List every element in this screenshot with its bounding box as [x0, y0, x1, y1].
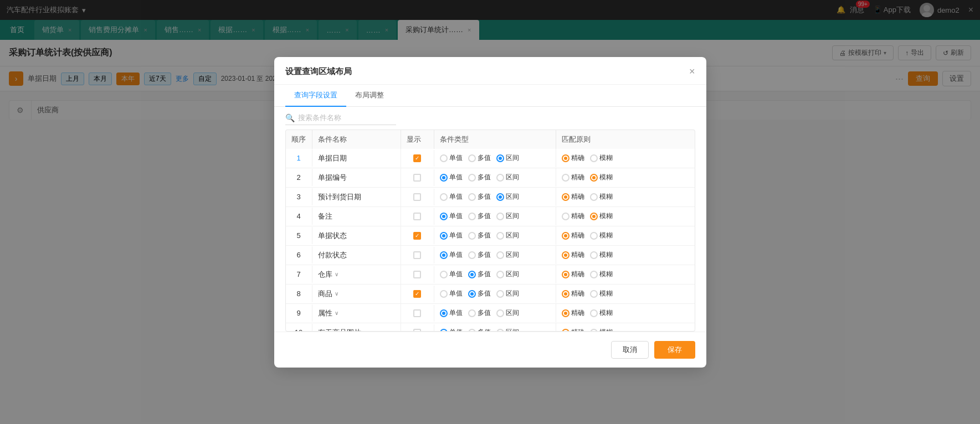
dropdown-icon: ∨ — [335, 271, 338, 277]
cell-name: 付款状态 — [312, 246, 401, 265]
table-row: 1 单据日期 单值 多值 区间 精确 — [286, 149, 695, 168]
cell-name: 单据日期 — [312, 149, 401, 168]
cell-match: 精确 模糊 — [556, 168, 667, 187]
show-checkbox[interactable] — [413, 154, 421, 162]
cell-match: 精确 模糊 — [556, 149, 667, 167]
show-checkbox[interactable] — [413, 174, 421, 182]
table-row: 2 单据编号 单值 多值 区间 精确 — [286, 168, 695, 188]
cell-show[interactable] — [401, 169, 434, 186]
modal-table-container: 顺序 条件名称 显示 条件类型 匹配原则 1 单据日期 单值 — [274, 130, 706, 332]
cell-show[interactable] — [401, 208, 434, 225]
col-order: 顺序 — [286, 130, 312, 149]
cell-show[interactable] — [401, 227, 434, 244]
show-checkbox[interactable] — [413, 271, 421, 278]
cell-match: 精确 模糊 — [556, 246, 667, 264]
cell-type: 单值 多值 区间 — [434, 188, 556, 206]
cell-match: 精确 模糊 — [556, 207, 667, 225]
table-row: 10 有无商品图片 单值 多值 区间 精确 — [286, 323, 695, 332]
cell-order: 10 — [286, 324, 312, 332]
type-single-radio[interactable]: 单值 — [440, 153, 463, 163]
cell-show[interactable] — [401, 286, 434, 302]
cell-order: 4 — [286, 208, 312, 225]
cell-match: 精确 模糊 — [556, 304, 667, 322]
cell-type: 单值 多值 区间 — [434, 323, 556, 332]
cell-order: 9 — [286, 304, 312, 322]
cell-type: 单值 多值 区间 — [434, 246, 556, 264]
show-checkbox[interactable] — [413, 213, 421, 220]
tab-query-fields[interactable]: 查询字段设置 — [285, 85, 346, 107]
cell-order: 7 — [286, 266, 312, 283]
show-checkbox[interactable] — [413, 232, 421, 240]
dropdown-icon: ∨ — [335, 310, 338, 316]
col-show: 显示 — [401, 130, 434, 149]
table-row: 5 单据状态 单值 多值 区间 精确 — [286, 226, 695, 246]
search-wrap: 🔍 — [285, 113, 396, 125]
cell-match: 精确 模糊 — [556, 265, 667, 283]
cell-match: 精确 模糊 — [556, 285, 667, 303]
cell-order: 8 — [286, 285, 312, 302]
cell-type: 单值 多值 区间 — [434, 207, 556, 225]
modal-search-area: 🔍 — [274, 107, 706, 130]
cancel-button[interactable]: 取消 — [611, 341, 649, 359]
cell-match: 精确 模糊 — [556, 323, 667, 332]
cell-order: 5 — [286, 227, 312, 244]
dropdown-icon: ∨ — [335, 291, 338, 297]
modal-table-head: 顺序 条件名称 显示 条件类型 匹配原则 — [285, 130, 695, 149]
cell-show[interactable] — [401, 247, 434, 263]
cell-match: 精确 模糊 — [556, 226, 667, 245]
modal-close-button[interactable]: × — [689, 66, 695, 77]
tab-layout-adjust[interactable]: 布局调整 — [346, 85, 393, 107]
modal-table-body: 1 单据日期 单值 多值 区间 精确 — [285, 149, 695, 332]
modal-title: 设置查询区域布局 — [285, 66, 352, 77]
cell-show[interactable] — [401, 324, 434, 332]
show-checkbox[interactable] — [413, 193, 421, 201]
table-row: 9 属性 ∨ 单值 多值 区间 精确 — [286, 304, 695, 323]
cell-name: 备注 — [312, 207, 401, 226]
modal-overlay: 设置查询区域布局 × 查询字段设置 布局调整 🔍 顺序 条件名称 显示 条件类型… — [0, 0, 980, 424]
modal-footer: 取消 保存 — [274, 332, 706, 368]
cell-name: 预计到货日期 — [312, 188, 401, 206]
cell-type: 单值 多值 区间 — [434, 168, 556, 187]
cell-show[interactable] — [401, 305, 434, 322]
cell-order: 1 — [286, 149, 312, 167]
match-exact-radio[interactable]: 精确 — [562, 153, 584, 163]
search-icon: 🔍 — [285, 113, 295, 122]
match-fuzzy-radio[interactable]: 模糊 — [590, 153, 613, 163]
save-button[interactable]: 保存 — [654, 341, 695, 359]
table-row: 8 商品 ∨ 单值 多值 区间 精确 — [286, 285, 695, 304]
modal-header: 设置查询区域布局 × — [274, 57, 706, 85]
cell-show[interactable] — [401, 150, 434, 167]
type-range-radio[interactable]: 区间 — [496, 153, 519, 163]
cell-name: 单据状态 — [312, 226, 401, 245]
cell-type: 单值 多值 区间 — [434, 304, 556, 322]
cell-name: 属性 ∨ — [312, 304, 401, 323]
show-checkbox[interactable] — [413, 251, 421, 259]
show-checkbox[interactable] — [413, 290, 421, 298]
show-checkbox[interactable] — [413, 309, 421, 317]
cell-type: 单值 多值 区间 — [434, 265, 556, 283]
cell-order: 6 — [286, 246, 312, 263]
cell-name: 商品 ∨ — [312, 285, 401, 303]
cell-name: 有无商品图片 — [312, 323, 401, 332]
col-match: 匹配原则 — [556, 130, 667, 149]
col-name: 条件名称 — [312, 130, 401, 149]
cell-match: 精确 模糊 — [556, 188, 667, 206]
table-row: 6 付款状态 单值 多值 区间 精确 — [286, 246, 695, 265]
table-row: 3 预计到货日期 单值 多值 区间 精确 — [286, 188, 695, 207]
table-row: 7 仓库 ∨ 单值 多值 区间 精确 — [286, 265, 695, 285]
cell-show[interactable] — [401, 189, 434, 205]
cell-type: 单值 多值 区间 — [434, 226, 556, 245]
modal-tabs: 查询字段设置 布局调整 — [274, 85, 706, 107]
cell-order: 2 — [286, 169, 312, 186]
cell-order: 3 — [286, 188, 312, 205]
type-multi-radio[interactable]: 多值 — [468, 153, 491, 163]
settings-modal: 设置查询区域布局 × 查询字段设置 布局调整 🔍 顺序 条件名称 显示 条件类型… — [274, 57, 706, 368]
col-type: 条件类型 — [434, 130, 556, 149]
cell-show[interactable] — [401, 266, 434, 283]
table-row: 4 备注 单值 多值 区间 精确 — [286, 207, 695, 226]
cell-name: 仓库 ∨ — [312, 265, 401, 284]
cell-type: 单值 多值 区间 — [434, 149, 556, 167]
search-input[interactable] — [298, 113, 387, 122]
cell-type: 单值 多值 区间 — [434, 285, 556, 303]
cell-name: 单据编号 — [312, 168, 401, 187]
